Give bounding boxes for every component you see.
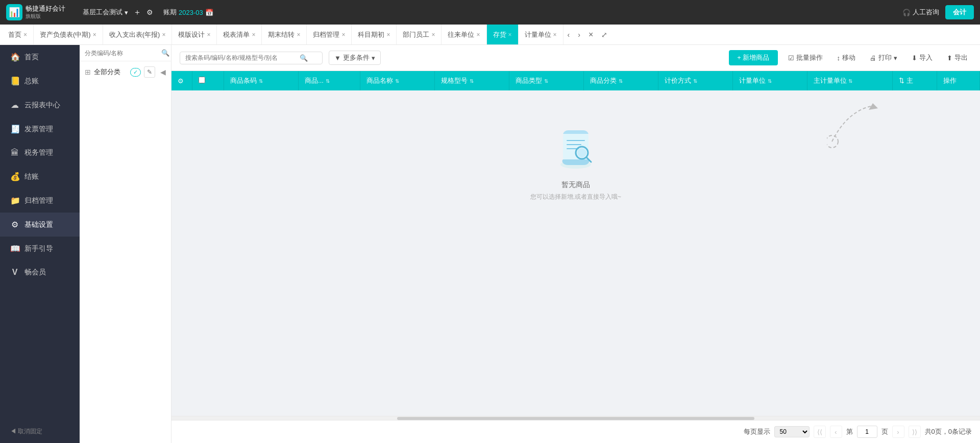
app-edition: 旗舰版 — [26, 13, 65, 20]
col-code[interactable]: 商品... ⇅ — [299, 71, 360, 90]
period-value[interactable]: 2023-03 — [179, 9, 203, 16]
print-button[interactable]: 🖨 打印 ▾ — [866, 51, 901, 64]
account-button[interactable]: 会计 — [945, 5, 974, 19]
category-search-icon[interactable]: 🔍 — [161, 49, 169, 57]
tab-income-close[interactable]: × — [162, 31, 165, 38]
tab-balance-close[interactable]: × — [93, 31, 96, 38]
product-search-input[interactable] — [185, 54, 298, 61]
tab-template-close[interactable]: × — [207, 31, 210, 38]
import-button[interactable]: ⬇ 导入 — [908, 51, 937, 64]
tab-prev-button[interactable]: ‹ — [564, 31, 574, 39]
col-extra-label: ⇅ 主 — [899, 77, 913, 84]
tab-department-close[interactable]: × — [431, 31, 435, 38]
category-edit-icon[interactable]: ✎ — [144, 66, 155, 78]
empty-icon — [550, 121, 601, 172]
add-tab-button[interactable]: ＋ — [133, 7, 141, 18]
table-header: ⚙ 商品条码 ⇅ 商品... ⇅ — [172, 71, 980, 90]
tab-close-all-button[interactable]: × — [584, 30, 597, 39]
unit-sort-icon[interactable]: ⇅ — [768, 78, 772, 84]
tab-taxclear[interactable]: 税表清单 × — [217, 25, 262, 45]
tab-home-close[interactable]: × — [23, 31, 27, 38]
col-category[interactable]: 商品分类 ⇅ — [583, 71, 658, 90]
company-selector[interactable]: 基层工会测试 ▾ — [83, 8, 128, 17]
page-number-input[interactable] — [857, 426, 877, 438]
col-type[interactable]: 商品类型 ⇅ — [509, 71, 583, 90]
first-page-button[interactable]: ⟨⟨ — [814, 426, 826, 438]
sidebar-item-report[interactable]: ☁ 云报表中心 — [0, 93, 80, 117]
sidebar-item-guide-label: 新手引导 — [24, 244, 53, 253]
tab-subject-close[interactable]: × — [386, 31, 390, 38]
sidebar-item-checkout[interactable]: 💰 结账 — [0, 165, 80, 189]
tab-home[interactable]: 首页 × — [2, 25, 34, 45]
spec-sort-icon[interactable]: ⇅ — [470, 78, 474, 84]
tab-archive-close[interactable]: × — [341, 31, 345, 38]
add-product-label: + 新增商品 — [737, 53, 769, 62]
tab-supplier[interactable]: 往来单位 × — [442, 25, 486, 45]
col-unit[interactable]: 计量单位 ⇅ — [732, 71, 807, 90]
select-all-checkbox[interactable] — [199, 77, 205, 83]
prev-page-button[interactable]: ‹ — [830, 426, 842, 438]
page-size-select[interactable]: 50 100 200 — [774, 426, 810, 437]
export-button[interactable]: ⬆ 导出 — [943, 51, 972, 64]
sidebar-item-invoice[interactable]: 🧾 发票管理 — [0, 117, 80, 141]
tab-template[interactable]: 模版设计 × — [172, 25, 217, 45]
tab-unit-close[interactable]: × — [553, 31, 557, 38]
calendar-icon[interactable]: 📅 — [205, 9, 213, 16]
settings-gear-icon[interactable]: ⚙ — [146, 8, 153, 16]
sidebar-item-archive[interactable]: 📁 归档管理 — [0, 189, 80, 213]
tab-supplier-close[interactable]: × — [476, 31, 480, 38]
tab-income[interactable]: 收入支出表(年报) × — [103, 25, 173, 45]
category-sort-icon[interactable]: ⇅ — [619, 78, 623, 84]
category-search-input[interactable] — [85, 50, 161, 57]
col-code-label: 商品... — [305, 77, 324, 84]
category-header[interactable]: ⊞ 全部分类 ✓ ✎ ◀ — [80, 61, 171, 83]
name-sort-icon[interactable]: ⇅ — [395, 78, 399, 84]
col-spec[interactable]: 规格型号 ⇅ — [435, 71, 509, 90]
sidebar-item-tax[interactable]: 🏛 税务管理 — [0, 141, 80, 165]
col-check[interactable] — [192, 71, 224, 90]
tab-next-button[interactable]: › — [574, 31, 584, 39]
price-mode-sort-icon[interactable]: ⇅ — [693, 78, 697, 84]
tab-taxclear-close[interactable]: × — [252, 31, 255, 38]
col-main-unit[interactable]: 主计量单位 ⇅ — [807, 71, 892, 90]
empty-desc: 您可以选择新增,或者直接导入哦~ — [530, 193, 621, 201]
tab-unit[interactable]: 计量单位 × — [519, 25, 564, 45]
product-search-icon[interactable]: 🔍 — [300, 54, 308, 62]
next-page-button[interactable]: › — [892, 426, 904, 438]
col-extra[interactable]: ⇅ 主 — [893, 71, 937, 90]
tab-balance[interactable]: 资产负债表(中期) × — [34, 25, 103, 45]
total-records: 共0页，0条记录 — [925, 427, 972, 436]
collapse-button[interactable]: ◀ — [160, 68, 166, 76]
col-name[interactable]: 商品名称 ⇅ — [360, 71, 435, 90]
batch-action-button[interactable]: ☑ 批量操作 — [784, 51, 827, 64]
last-page-button[interactable]: ⟩⟩ — [909, 426, 921, 438]
sidebar-item-settings[interactable]: ⚙ 基础设置 — [0, 213, 80, 237]
barcode-sort-icon[interactable]: ⇅ — [259, 78, 263, 84]
add-product-button[interactable]: + 新增商品 — [729, 50, 777, 65]
tab-archive[interactable]: 归档管理 × — [307, 25, 352, 45]
sidebar-item-ledger[interactable]: 📒 总账 — [0, 69, 80, 93]
scroll-thumb[interactable] — [397, 417, 754, 420]
tab-expand-button[interactable]: ⤢ — [597, 31, 611, 39]
tab-periodend[interactable]: 期末结转 × — [262, 25, 307, 45]
tab-periodend-close[interactable]: × — [297, 31, 300, 38]
sidebar-item-guide[interactable]: 📖 新手引导 — [0, 237, 80, 261]
tab-department[interactable]: 部门员工 × — [397, 25, 442, 45]
sidebar-item-home[interactable]: 🏠 首页 — [0, 45, 80, 69]
col-barcode[interactable]: 商品条码 ⇅ — [224, 71, 299, 90]
move-button[interactable]: ↕ 移动 — [833, 51, 860, 64]
tab-inventory[interactable]: 存货 × — [487, 25, 519, 45]
help-button[interactable]: 🎧 人工咨询 — [902, 8, 939, 17]
filter-button[interactable]: ▼ 更多条件 ▾ — [329, 51, 381, 65]
sidebar-item-member[interactable]: V 畅会员 — [0, 261, 80, 284]
tab-inventory-close[interactable]: × — [508, 31, 512, 38]
tab-subject[interactable]: 科目期初 × — [352, 25, 397, 45]
main-unit-sort-icon[interactable]: ⇅ — [848, 78, 852, 84]
code-sort-icon[interactable]: ⇅ — [326, 78, 330, 84]
sidebar-footer[interactable]: ◀ 取消固定 — [0, 420, 80, 443]
horizontal-scrollbar[interactable] — [172, 416, 980, 420]
type-sort-icon[interactable]: ⇅ — [544, 78, 548, 84]
col-settings[interactable]: ⚙ — [172, 71, 192, 90]
toolbar: 🔍 ▼ 更多条件 ▾ + 新增商品 ☑ 批量操作 — [172, 45, 980, 71]
col-price-mode[interactable]: 计价方式 ⇅ — [658, 71, 732, 90]
